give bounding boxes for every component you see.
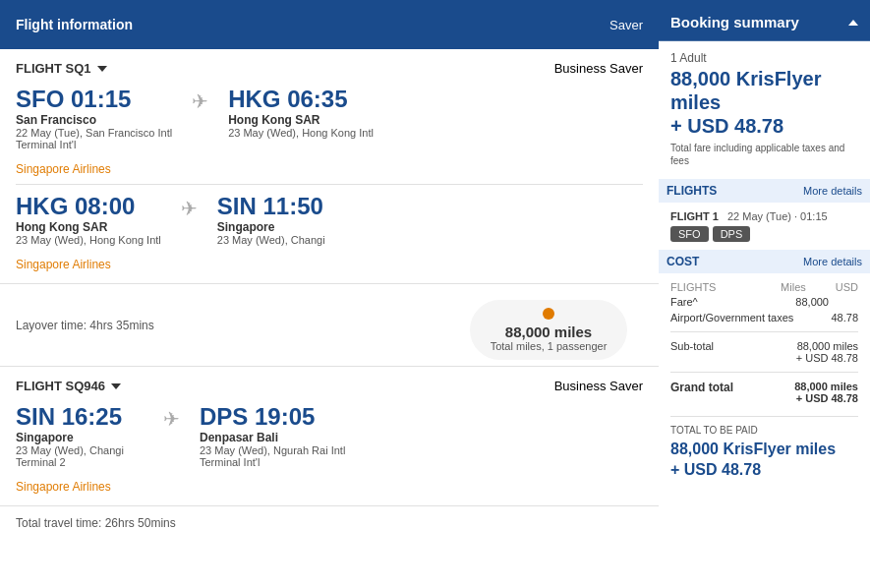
booking-flight1-date: 22 May (Tue) · 01:15	[727, 210, 828, 222]
flight-info-title: Flight information	[16, 17, 133, 32]
booking-summary-panel: Booking summary 1 Adult 88,000 KrisFlyer…	[659, 0, 870, 588]
miles-dot-icon	[543, 308, 554, 320]
flight-sq1-label-row: FLIGHT SQ1 Business Saver	[16, 61, 643, 76]
flight-sq946-id: FLIGHT SQ946	[16, 379, 105, 393]
flight-sq946-arr: DPS 19:05 Denpasar Bali 23 May (Wed), Ng…	[200, 403, 345, 468]
flight-sq946-badge: Business Saver	[554, 379, 643, 393]
miles-value: 88,000 miles	[505, 323, 592, 340]
miles-bubble: 88,000 miles Total miles, 1 passenger	[470, 300, 627, 360]
cost-section-title: COST	[667, 255, 699, 268]
airline-link-sq1-seg1[interactable]: Singapore Airlines	[16, 162, 111, 176]
cost-section-header: COST More details	[659, 250, 870, 273]
flight-sq1-id: FLIGHT SQ1	[16, 61, 91, 76]
flight-sq1-dep-date: 22 May (Tue), San Francisco Intl	[16, 127, 172, 139]
flight-sq946-label-row: FLIGHT SQ946 Business Saver	[16, 379, 643, 393]
flight-info-header: Flight information Saver	[0, 0, 659, 49]
flight-hkg-dep-time: HKG 08:00	[16, 193, 161, 220]
cost-fare-label: Fare^	[670, 296, 698, 308]
airport-tags: SFO DPS	[670, 226, 858, 242]
total-price-line1: 88,000 KrisFlyer miles	[670, 68, 821, 113]
booking-title: Booking summary	[670, 14, 799, 30]
flight-sq1-chevron-icon[interactable]	[97, 66, 107, 72]
flight-sq1-seg2-row: HKG 08:00 Hong Kong SAR 23 May (Wed), Ho…	[16, 193, 643, 246]
flight-sq1-seg1-row: SFO 01:15 San Francisco 22 May (Tue), Sa…	[16, 86, 643, 150]
booking-header: Booking summary	[659, 0, 870, 41]
total-to-pay-line2: + USD 48.78	[670, 461, 761, 478]
cost-header-values: Miles USD	[781, 281, 858, 293]
cost-subtotal-value: 88,000 miles + USD 48.78	[796, 340, 858, 364]
total-price: 88,000 KrisFlyer miles + USD 48.78	[670, 67, 858, 138]
flight-sin-arr-city: Singapore	[217, 220, 345, 234]
cost-tax-row: Airport/Government taxes 48.78	[670, 312, 858, 323]
total-travel-text: Total travel time: 26hrs 50mins	[16, 516, 176, 530]
flight-sq946-chevron-icon[interactable]	[111, 383, 121, 389]
flight-sq946-label[interactable]: FLIGHT SQ946	[16, 379, 121, 393]
cost-tax-label: Airport/Government taxes	[670, 312, 793, 323]
flight-sq946-seg1-row: SIN 16:25 Singapore 23 May (Wed), Changi…	[16, 403, 643, 468]
plane-icon-sq1-seg2: ✈	[181, 193, 198, 220]
flight-sin-dep-terminal: Terminal 2	[16, 456, 144, 468]
flight-dps-arr-date: 23 May (Wed), Ngurah Rai Intl	[200, 444, 345, 456]
booking-flight1-row: FLIGHT 1 22 May (Tue) · 01:15 SFO DPS	[670, 210, 858, 242]
flight-hkg-dep-city: Hong Kong SAR	[16, 220, 161, 234]
flight-sq946-dep: SIN 16:25 Singapore 23 May (Wed), Changi…	[16, 403, 144, 468]
cost-grandtotal-label: Grand total	[670, 381, 733, 404]
cost-fare-values: 88,000	[795, 296, 858, 308]
flight-sq1-label[interactable]: FLIGHT SQ1	[16, 61, 107, 76]
flight-sq1-seg1-dep: SFO 01:15 San Francisco 22 May (Tue), Sa…	[16, 86, 172, 150]
total-to-pay-value: 88,000 KrisFlyer miles + USD 48.78	[670, 440, 858, 481]
flight-sin-dep-time: SIN 16:25	[16, 403, 144, 431]
flights-section-title: FLIGHTS	[667, 184, 717, 198]
flight-sin-dep-city: Singapore	[16, 431, 144, 444]
flight-sq1-dep-terminal: Terminal Int'l	[16, 139, 172, 150]
flight-sq1-seg1-arr: HKG 06:35 Hong Kong SAR 23 May (Wed), Ho…	[228, 86, 374, 139]
cost-grandtotal-row: Grand total 88,000 miles + USD 48.78	[670, 381, 858, 404]
saver-badge: Saver	[609, 18, 643, 32]
flight-sq946-section: FLIGHT SQ946 Business Saver SIN 16:25 Si…	[0, 367, 659, 506]
layover-text: Layover time: 4hrs 35mins	[16, 319, 154, 332]
cost-grandtotal-value: 88,000 miles + USD 48.78	[794, 381, 858, 404]
airport-tag-sfo: SFO	[670, 226, 709, 242]
cost-header-row: FLIGHTS Miles USD	[670, 281, 858, 293]
cost-subtotal-row: Sub-total 88,000 miles + USD 48.78	[670, 340, 858, 364]
cost-tax-usd: 48.78	[831, 312, 858, 323]
booking-flight1-num: FLIGHT 1	[670, 210, 719, 222]
flight-sq1-dep-time: SFO 01:15	[16, 86, 172, 113]
flight-sq1-arr-date: 23 May (Wed), Hong Kong Intl	[228, 127, 374, 139]
flight-sq1-section: FLIGHT SQ1 Business Saver SFO 01:15 San …	[0, 49, 659, 284]
flight-dps-arr-time: DPS 19:05	[200, 403, 345, 431]
flights-section-header: FLIGHTS More details	[659, 179, 870, 203]
total-to-pay-label: TOTAL TO BE PAID	[670, 425, 858, 436]
airline-link-sq1-seg2[interactable]: Singapore Airlines	[16, 258, 111, 271]
total-to-pay-section: TOTAL TO BE PAID 88,000 KrisFlyer miles …	[670, 416, 858, 481]
price-note: Total fare including applicable taxes an…	[670, 142, 858, 167]
flight-dps-arr-terminal: Terminal Int'l	[200, 456, 345, 468]
flight-sin-dep-date: 23 May (Wed), Changi	[16, 444, 144, 456]
total-travel-row: Total travel time: 26hrs 50mins	[0, 506, 659, 540]
left-panel: Flight information Saver FLIGHT SQ1 Busi…	[0, 0, 659, 588]
cost-miles-header: Miles	[781, 281, 806, 293]
total-to-pay-line1: 88,000 KrisFlyer miles	[670, 441, 836, 457]
flight-sin-arr-date: 23 May (Wed), Changi	[217, 234, 345, 246]
cost-fare-miles: 88,000	[795, 296, 829, 308]
cost-usd-header: USD	[836, 281, 858, 293]
cost-flights-label: FLIGHTS	[670, 281, 716, 293]
airline-link-sq946[interactable]: Singapore Airlines	[16, 480, 111, 494]
flight-dps-arr-city: Denpasar Bali	[200, 431, 345, 444]
miles-label: Total miles, 1 passenger	[491, 340, 608, 352]
flight-sq1-seg2-arr: SIN 11:50 Singapore 23 May (Wed), Changi	[217, 193, 345, 246]
layover-miles-row: Layover time: 4hrs 35mins 88,000 miles T…	[0, 284, 659, 367]
flights-more-details-link[interactable]: More details	[803, 185, 862, 197]
flight-sq1-dep-city: San Francisco	[16, 113, 172, 127]
plane-icon-sq1-seg1: ✈	[192, 86, 208, 113]
booking-chevron-up-icon[interactable]	[848, 20, 858, 26]
plane-icon-sq946: ✈	[163, 403, 180, 431]
flight-sq1-badge: Business Saver	[554, 61, 643, 76]
flight-sin-arr-time: SIN 11:50	[217, 193, 345, 220]
cost-more-details-link[interactable]: More details	[803, 256, 862, 267]
flight-sq1-arr-time: HKG 06:35	[228, 86, 374, 113]
total-price-line2: + USD 48.78	[670, 115, 783, 137]
flight-hkg-dep-date: 23 May (Wed), Hong Kong Intl	[16, 234, 161, 246]
booking-body: 1 Adult 88,000 KrisFlyer miles + USD 48.…	[659, 41, 870, 588]
cost-tax-values: 48.78	[831, 312, 858, 323]
